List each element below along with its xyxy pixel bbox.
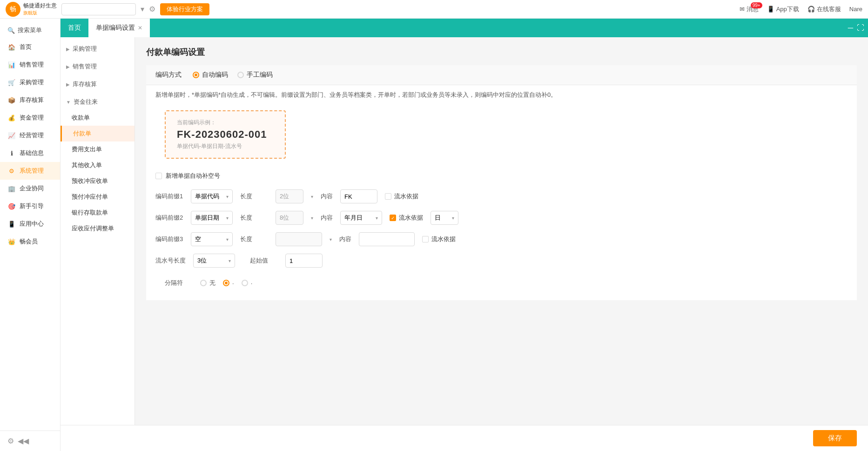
waterfall-checkbox-3[interactable] <box>422 236 429 242</box>
headset-icon: 🎧 <box>807 6 815 13</box>
encoding-method-row: 编码方式 自动编码 手工编码 <box>146 65 857 85</box>
serial-length-select[interactable]: 3位 ▾ <box>193 254 235 268</box>
encoding-method-label: 编码方式 <box>155 71 182 79</box>
tab-home[interactable]: 首页 <box>61 19 88 37</box>
sidebar-item-guide[interactable]: 🎯 新手引导 <box>0 197 60 215</box>
chevron-down-icon-sub: ▼ <box>66 100 71 105</box>
sep-none-radio <box>200 280 207 286</box>
message-button[interactable]: ✉ 消息 99+ <box>740 5 759 13</box>
sub-header-inventory[interactable]: ▶ 库存核算 <box>61 76 135 92</box>
header-search-input[interactable] <box>61 3 136 15</box>
start-value-input[interactable]: 1 <box>285 254 323 268</box>
sub-item-expense[interactable]: 费用支出单 <box>61 141 135 157</box>
period-arrow: ▾ <box>452 215 454 221</box>
content-arrow-2: ▾ <box>376 215 378 221</box>
separator-row: 分隔符 无 · · <box>155 275 848 291</box>
content-input-3 <box>359 232 415 246</box>
sub-item-prepay-offset2[interactable]: 预付冲应付单 <box>61 189 135 205</box>
auto-fill-checkbox[interactable] <box>155 173 162 179</box>
inventory-icon: 📦 <box>7 96 16 104</box>
sidebar-item-member[interactable]: 👑 畅会员 <box>0 233 60 250</box>
content-area: 首页 单据编码设置 ✕ ─ ⛶ ▶ 采购管理 <box>61 19 868 451</box>
sep-dot2[interactable]: · <box>242 280 253 287</box>
content-select-2[interactable]: 年月日 ▾ <box>340 211 382 225</box>
sub-item-payment[interactable]: 付款单 <box>61 126 135 141</box>
radio-manual-encode[interactable]: 手工编码 <box>237 71 273 79</box>
radio-auto-encode[interactable]: 自动编码 <box>193 71 228 79</box>
length-input-3 <box>276 232 322 246</box>
waterfall-checkbox-1[interactable] <box>385 193 391 200</box>
settings-icon[interactable]: ⚙ <box>149 5 155 13</box>
encoding-section: 编码方式 自动编码 手工编码 新增单据时，*单据编码 <box>146 65 857 300</box>
preview-container: 当前编码示例： FK-20230602-001 单据代码-单据日期-流水号 <box>146 105 857 168</box>
experience-button[interactable]: 体验行业方案 <box>160 3 209 15</box>
tab-encoding[interactable]: 单据编码设置 ✕ <box>88 19 150 37</box>
sub-item-other-income[interactable]: 其他收入单 <box>61 157 135 173</box>
tab-close-icon[interactable]: ✕ <box>138 25 142 31</box>
app-download-button[interactable]: 📱 App下载 <box>767 5 799 13</box>
enterprise-icon: 🏢 <box>7 184 16 193</box>
collapse-icon[interactable]: ◀◀ <box>18 437 29 445</box>
info-icon: ℹ <box>7 149 16 157</box>
sidebar-item-home[interactable]: 🏠 首页 <box>0 38 60 56</box>
sidebar-item-enterprise[interactable]: 🏢 企业协同 <box>0 180 60 197</box>
sub-header-finance[interactable]: ▼ 资金往来 <box>61 94 135 110</box>
sidebar-item-inventory[interactable]: 📦 库存核算 <box>0 91 60 109</box>
length-label-3: 长度 <box>240 235 268 243</box>
mobile-icon: 📱 <box>767 6 774 13</box>
main-layout: 🔍 搜索菜单 🏠 首页 📊 销售管理 🛒 采购管理 📦 库存核算 💰 资金管理 … <box>0 19 868 451</box>
sub-item-bank-deposit[interactable]: 银行存取款单 <box>61 205 135 221</box>
page-title: 付款单编码设置 <box>146 47 857 58</box>
sidebar-item-finance[interactable]: 💰 资金管理 <box>0 109 60 127</box>
search-icon: 🔍 <box>7 27 15 34</box>
minimize-icon[interactable]: ─ <box>848 24 853 32</box>
purchase-icon: 🛒 <box>7 78 16 87</box>
sub-item-ar-adjust[interactable]: 应收应付调整单 <box>61 221 135 236</box>
guide-icon: 🎯 <box>7 202 16 210</box>
sidebar-item-info[interactable]: ℹ 基础信息 <box>0 144 60 162</box>
serial-row: 流水号长度 3位 ▾ 起始值 1 <box>155 254 848 268</box>
auto-fill-label: 新增单据自动补空号 <box>166 172 220 180</box>
sidebar-item-system[interactable]: ⚙ 系统管理 <box>0 162 60 180</box>
sep-dot[interactable]: · <box>223 280 234 287</box>
sep-dot2-radio <box>242 280 248 286</box>
user-avatar[interactable]: Nare <box>849 6 862 13</box>
save-button[interactable]: 保存 <box>813 430 857 446</box>
waterfall-period-select[interactable]: 日 ▾ <box>431 211 458 225</box>
brand-logo: 畅 <box>6 2 20 17</box>
radio-auto-circle <box>193 72 199 78</box>
settings-bottom-icon[interactable]: ⚙ <box>7 437 14 445</box>
sub-sidebar: ▶ 采购管理 ▶ 销售管理 ▶ 库存核算 <box>61 37 135 425</box>
sub-item-prepay-offset[interactable]: 预收冲应收单 <box>61 173 135 189</box>
sub-header-purchase[interactable]: ▶ 采购管理 <box>61 41 135 57</box>
prefix-select-3[interactable]: 空 ▾ <box>191 232 233 246</box>
waterfall-check-3[interactable]: 流水依据 <box>422 235 456 243</box>
waterfall-check-2[interactable]: ✓ 流水依据 <box>390 214 423 222</box>
waterfall-check-1[interactable]: 流水依据 <box>385 192 418 201</box>
online-service-button[interactable]: 🎧 在线客服 <box>807 5 841 13</box>
prefix-select-2[interactable]: 单据日期 ▾ <box>191 211 233 225</box>
expand-icon[interactable]: ⛶ <box>857 24 864 32</box>
length-label-1: 长度 <box>240 192 268 201</box>
waterfall-checkbox-2[interactable]: ✓ <box>390 215 396 221</box>
sidebar-item-apps[interactable]: 📱 应用中心 <box>0 215 60 233</box>
preview-label: 当前编码示例： <box>177 119 274 127</box>
info-text: 新增单据时，*单据编码*自动生成，不可编辑。前缀设置为部门、业务员等档案类，开单… <box>146 85 857 105</box>
header-left: 畅 畅捷通好生意 旗舰版 ▾ ⚙ 体验行业方案 <box>6 2 209 17</box>
sub-item-receipt[interactable]: 收款单 <box>61 110 135 126</box>
home-icon: 🏠 <box>7 43 16 51</box>
serial-arrow: ▾ <box>229 258 231 263</box>
sep-none[interactable]: 无 <box>200 279 215 287</box>
tab-bar-right: ─ ⛶ <box>848 24 868 32</box>
prefix-row-2: 编码前缀2 单据日期 ▾ 长度 8位 ▾ 内容 <box>155 211 848 225</box>
length-input-2: 8位 <box>276 211 303 225</box>
chevron-down-icon[interactable]: ▾ <box>141 5 144 13</box>
sidebar-item-sales[interactable]: 📊 销售管理 <box>0 56 60 74</box>
sub-header-sales[interactable]: ▶ 销售管理 <box>61 59 135 74</box>
prefix-select-1[interactable]: 单据代码 ▾ <box>191 189 233 203</box>
sidebar-item-purchase[interactable]: 🛒 采购管理 <box>0 74 60 91</box>
auto-fill-row: 新增单据自动补空号 <box>146 168 857 184</box>
search-menu-button[interactable]: 🔍 搜索菜单 <box>0 22 60 38</box>
sub-layout: ▶ 采购管理 ▶ 销售管理 ▶ 库存核算 <box>61 37 868 425</box>
sidebar-item-business[interactable]: 📈 经营管理 <box>0 127 60 144</box>
